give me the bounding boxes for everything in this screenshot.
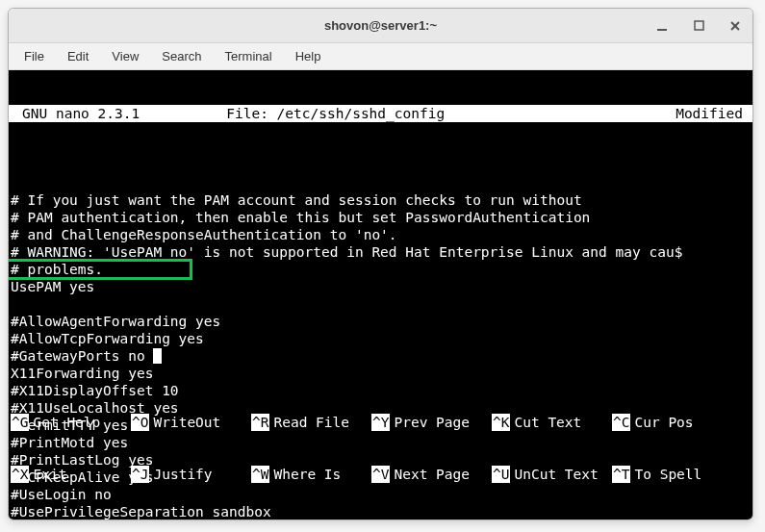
shortcut-label: Where Is xyxy=(269,466,341,483)
shortcut-key: ^R xyxy=(251,414,269,431)
shortcut: ^VNext Page xyxy=(371,466,492,483)
shortcut-label: Cur Pos xyxy=(630,414,693,431)
editor-line: UsePAM yes xyxy=(11,278,751,295)
shortcut-label: Next Page xyxy=(390,466,470,483)
editor-line xyxy=(11,295,751,313)
shortcut: ^XExit xyxy=(11,466,131,483)
editor-line: # If you just want the PAM account and s… xyxy=(11,191,751,209)
shortcut-label: To Spell xyxy=(630,466,701,483)
shortcut: ^TTo Spell xyxy=(612,466,732,483)
shortcut-key: ^W xyxy=(251,466,269,483)
shortcut: ^WWhere Is xyxy=(251,466,371,483)
shortcut: ^RRead File xyxy=(251,414,371,431)
shortcut-key: ^C xyxy=(612,414,630,431)
close-button[interactable] xyxy=(726,16,745,36)
shortcut-label: Prev Page xyxy=(390,414,470,431)
shortcut-label: WriteOut xyxy=(149,414,220,431)
menu-view[interactable]: View xyxy=(102,45,148,67)
menu-edit[interactable]: Edit xyxy=(58,45,98,67)
window-title: shovon@server1:~ xyxy=(324,18,437,33)
shortcut-label: Get Help xyxy=(29,414,100,431)
shortcut: ^OWriteOut xyxy=(131,414,251,431)
shortcut: ^KCut Text xyxy=(492,414,612,431)
shortcut: ^GGet Help xyxy=(11,414,131,431)
shortcut: ^UUnCut Text xyxy=(492,466,612,483)
shortcut-key: ^U xyxy=(492,466,510,483)
shortcut-row-2: ^XExit^JJustify^WWhere Is^VNext Page^UUn… xyxy=(11,466,751,483)
terminal-window: shovon@server1:~ File Edit View Search T… xyxy=(8,8,753,520)
menubar: File Edit View Search Terminal Help xyxy=(9,43,752,70)
shortcut-key: ^O xyxy=(131,414,149,431)
menu-terminal[interactable]: Terminal xyxy=(216,45,282,67)
window-controls xyxy=(652,16,745,36)
editor-line: # problems. xyxy=(11,261,751,278)
shortcut-label: Read File xyxy=(269,414,349,431)
shortcut-key: ^G xyxy=(11,414,29,431)
editor-line xyxy=(11,174,751,191)
menu-file[interactable]: File xyxy=(14,45,54,67)
menu-help[interactable]: Help xyxy=(286,45,331,67)
shortcut-label: Cut Text xyxy=(510,414,581,431)
titlebar: shovon@server1:~ xyxy=(9,9,752,43)
shortcut-label: Exit xyxy=(29,466,66,483)
nano-header: GNU nano 2.3.1 File: /etc/ssh/sshd_confi… xyxy=(9,105,752,122)
shortcut-key: ^Y xyxy=(371,414,390,431)
shortcut-key: ^T xyxy=(612,466,630,483)
footer-spacer xyxy=(11,362,751,379)
svg-rect-1 xyxy=(695,21,703,30)
shortcut-row-1: ^GGet Help^OWriteOut^RRead File^YPrev Pa… xyxy=(11,414,751,431)
shortcut-label: Justify xyxy=(149,466,212,483)
shortcut: ^YPrev Page xyxy=(371,414,492,431)
terminal-viewport[interactable]: GNU nano 2.3.1 File: /etc/ssh/sshd_confi… xyxy=(9,70,752,519)
shortcut-label: UnCut Text xyxy=(510,466,598,483)
shortcut-key: ^K xyxy=(492,414,510,431)
menu-search[interactable]: Search xyxy=(152,45,211,67)
shortcut: ^JJustify xyxy=(131,466,251,483)
nano-modified: Modified xyxy=(676,105,752,122)
editor-line: # WARNING: 'UsePAM no' is not supported … xyxy=(11,243,751,261)
nano-filename: File: /etc/ssh/sshd_config xyxy=(140,105,676,122)
shortcut: ^CCur Pos xyxy=(612,414,732,431)
minimize-button[interactable] xyxy=(652,16,672,36)
shortcut-key: ^J xyxy=(131,466,149,483)
editor-line: # PAM authentication, then enable this b… xyxy=(11,209,751,226)
editor-line: # and ChallengeResponseAuthentication to… xyxy=(11,226,751,243)
nano-version: GNU nano 2.3.1 xyxy=(9,105,140,122)
shortcut-key: ^X xyxy=(11,466,29,483)
maximize-button[interactable] xyxy=(689,16,708,36)
nano-footer: ^GGet Help^OWriteOut^RRead File^YPrev Pa… xyxy=(9,327,752,519)
shortcut-key: ^V xyxy=(371,466,390,483)
